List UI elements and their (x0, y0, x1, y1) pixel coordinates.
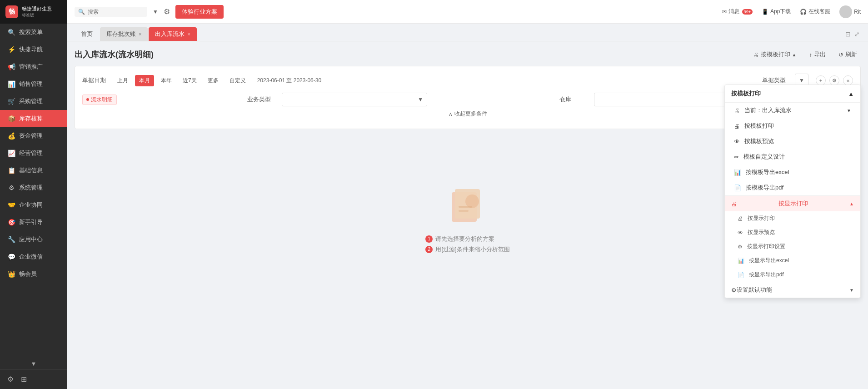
dp-default-func[interactable]: ⚙ 设置默认功能 ▼ (725, 282, 860, 298)
dp-template-pdf[interactable]: 📄 按模板导出pdf (725, 180, 860, 195)
sidebar-item-collab[interactable]: 🤝 企业协同 (0, 196, 67, 214)
filter-this-month[interactable]: 本月 (135, 75, 154, 86)
dp-header-title: 按模板打印 (731, 90, 761, 98)
sidebar-item-operation[interactable]: 📈 经营管理 (0, 145, 67, 162)
topbar-settings-icon[interactable]: ⚙ (164, 7, 170, 16)
filter-more[interactable]: 更多 (204, 75, 223, 86)
sidebar-item-apps[interactable]: 🔧 应用中心 (0, 231, 67, 248)
topbar: 🔍 ▼ ⚙ 体验行业方案 ✉ 消息 99+ 📱 App下载 🎧 在线客服 Rit (67, 0, 868, 24)
dp-template-custom[interactable]: ✏ 模板自定义设计 (725, 149, 860, 165)
dp-template-print[interactable]: 🖨 按模板打印 (725, 118, 860, 134)
sidebar-item-basic[interactable]: 📋 基础信息 (0, 162, 67, 179)
dp-display-print-icon: 🖨 (738, 215, 743, 222)
sidebar-item-finance[interactable]: 💰 资金管理 (0, 127, 67, 145)
dp-template-excel[interactable]: 📊 按模板导出excel (725, 165, 860, 180)
sidebar-item-system[interactable]: ⚙ 系统管理 (0, 179, 67, 196)
warehouse-label: 仓库 (559, 95, 587, 104)
user-avatar-item[interactable]: Rit (839, 5, 861, 18)
app-download-icon: 📱 (762, 9, 768, 15)
dp-header: 按模板打印 ▲ (725, 85, 860, 103)
avatar (839, 5, 852, 18)
export-btn[interactable]: ↑ 导出 (806, 49, 830, 60)
dp-printer-icon: 🖨 (734, 123, 740, 130)
refresh-btn[interactable]: ↺ 刷新 (835, 49, 861, 60)
dp-display-print[interactable]: 🖨 按显示打印 (725, 211, 860, 225)
tab-batch-label: 库存批次账 (106, 30, 136, 38)
tag-label: 流水明细 (91, 96, 113, 104)
tab-flow-close[interactable]: × (187, 31, 190, 37)
biz-type-label: 业务类型 (247, 95, 274, 104)
dp-display-pdf-label: 按显示导出pdf (749, 271, 784, 279)
biz-type-select[interactable]: ▼ (282, 93, 427, 106)
tab-home-label: 首页 (81, 30, 93, 38)
dp-display-chevron: ▲ (849, 201, 854, 206)
sidebar-settings-icon[interactable]: ⚙ (7, 375, 14, 384)
topbar-dropdown-icon[interactable]: ▼ (153, 9, 158, 15)
finance-icon: 💰 (7, 132, 15, 140)
tab-flow[interactable]: 出入库流水 × (149, 27, 196, 41)
dp-display-preview-icon: 👁 (738, 229, 743, 236)
filter-this-year[interactable]: 本年 (157, 75, 176, 86)
sidebar-item-marketing[interactable]: 📢 营销推广 (0, 58, 67, 75)
add-filter-btn[interactable]: + (816, 75, 826, 85)
collab-icon: 🤝 (7, 201, 15, 209)
sidebar-label-search: 搜索菜单 (19, 28, 43, 36)
tab-maximize-icon[interactable]: ⤢ (853, 30, 861, 39)
dp-current-item[interactable]: 🖨 当前：出入库流水 ▼ (725, 103, 860, 118)
filter-custom[interactable]: 自定义 (225, 75, 250, 86)
message-label: 消息 (728, 8, 739, 15)
topbar-search-icon: 🔍 (78, 9, 85, 15)
sidebar-collapse-icon[interactable]: ⊞ (21, 375, 27, 384)
print-template-btn[interactable]: 🖨 按模板打印 ▲ (749, 49, 800, 60)
tab-batch-close[interactable]: × (139, 31, 141, 37)
sidebar-item-quicknav[interactable]: ⚡ 快捷导航 (0, 41, 67, 58)
warehouse-select[interactable]: ··· (594, 93, 739, 106)
filter-7days[interactable]: 近7天 (179, 75, 201, 86)
sidebar-item-guide[interactable]: 🎯 新手引导 (0, 214, 67, 231)
dp-display-section[interactable]: 🖨 按显示打印 ▲ (725, 196, 860, 211)
logo-name: 畅捷通好生意 (22, 5, 52, 12)
app-download-item[interactable]: 📱 App下载 (762, 8, 791, 15)
filter-last-month[interactable]: 上月 (113, 75, 132, 86)
sidebar-item-member[interactable]: 👑 畅会员 (0, 265, 67, 283)
flow-detail-tag[interactable]: 流水明细 (82, 95, 117, 105)
dp-display-preview[interactable]: 👁 按显示预览 (725, 225, 860, 239)
type-select-chevron: ▼ (799, 77, 804, 84)
tab-batch[interactable]: 库存批次账 × (100, 27, 148, 41)
sidebar-item-search[interactable]: 🔍 搜索菜单 (0, 24, 67, 41)
dp-display-pdf[interactable]: 📄 按显示导出pdf (725, 268, 860, 282)
dp-display-print-label: 按显示打印 (748, 214, 775, 222)
sidebar-label-operation: 经营管理 (19, 149, 43, 157)
industry-solution-button[interactable]: 体验行业方案 (175, 5, 224, 19)
topbar-search-input[interactable] (88, 9, 138, 15)
sidebar-item-inventory[interactable]: 📦 库存核算 (0, 110, 67, 127)
filter-settings-btn[interactable]: ⚙ (829, 75, 839, 85)
search-box: 🔍 (75, 7, 147, 17)
dp-display-excel[interactable]: 📊 按显示导出excel (725, 254, 860, 268)
page-title: 出入库流水(流水明细) (75, 49, 154, 60)
main-area: 🔍 ▼ ⚙ 体验行业方案 ✉ 消息 99+ 📱 App下载 🎧 在线客服 Rit (67, 0, 868, 389)
tabs-bar: 首页 库存批次账 × 出入库流水 × ⊡ ⤢ (67, 24, 868, 41)
sidebar-scroll-down[interactable]: ▼ (0, 359, 67, 369)
export-label: 导出 (814, 50, 826, 59)
system-icon: ⚙ (7, 184, 15, 191)
dp-header-chevron[interactable]: ▲ (848, 90, 854, 97)
dp-template-pdf-label: 按模板导出pdf (746, 184, 783, 192)
sidebar-item-sales[interactable]: 📊 销售管理 (0, 75, 67, 93)
tab-home[interactable]: 首页 (75, 27, 99, 41)
wechat-icon: 💬 (7, 253, 15, 260)
dp-excel-icon: 📊 (734, 169, 741, 176)
online-service-item[interactable]: 🎧 在线客服 (800, 8, 830, 15)
operation-icon: 📈 (7, 150, 15, 157)
tab-restore-icon[interactable]: ⊡ (844, 30, 852, 39)
svg-rect-3 (459, 206, 472, 208)
dp-display-settings[interactable]: ⚙ 按显示打印设置 (725, 239, 860, 254)
sidebar-item-purchase[interactable]: 🛒 采购管理 (0, 93, 67, 110)
dp-default-label: 设置默认功能 (737, 286, 772, 294)
messages-item[interactable]: ✉ 消息 99+ (722, 8, 753, 15)
tip-text-2: 用[过滤]条件来缩小分析范围 (435, 244, 509, 254)
date-range-text: 2023-06-01 至 2023-06-30 (257, 77, 321, 85)
sidebar-item-wechat[interactable]: 💬 企业微信 (0, 248, 67, 265)
dp-template-preview[interactable]: 👁 按模板预览 (725, 134, 860, 149)
collapse-filters-btn[interactable]: « (843, 75, 853, 85)
